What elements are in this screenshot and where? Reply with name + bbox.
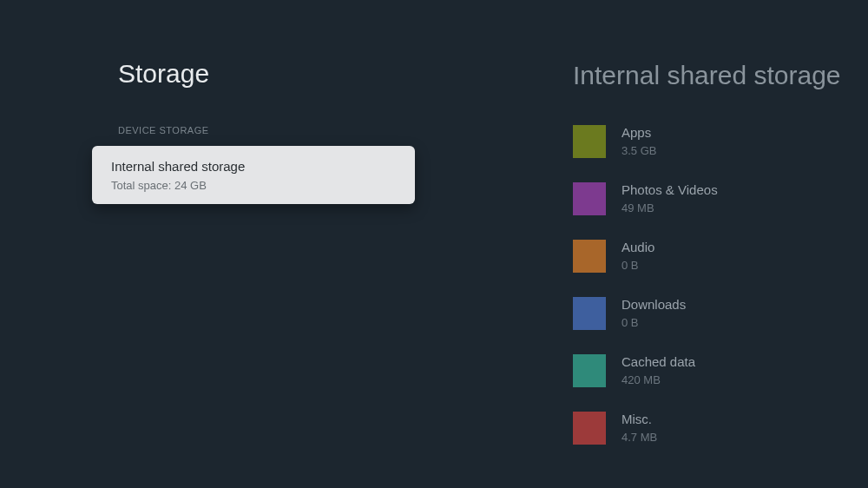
category-label: Apps — [621, 125, 656, 140]
category-label: Downloads — [621, 297, 686, 312]
swatch-icon — [573, 182, 606, 215]
internal-storage-card[interactable]: Internal shared storage Total space: 24 … — [92, 146, 415, 204]
storage-card-title: Internal shared storage — [111, 159, 396, 174]
category-audio[interactable]: Audio 0 B — [573, 240, 868, 273]
category-downloads[interactable]: Downloads 0 B — [573, 297, 868, 330]
swatch-icon — [573, 240, 606, 273]
swatch-icon — [573, 412, 606, 445]
swatch-icon — [573, 354, 606, 387]
category-size: 420 MB — [621, 373, 695, 386]
category-photos-videos[interactable]: Photos & Videos 49 MB — [573, 182, 868, 215]
detail-title: Internal shared storage — [573, 59, 868, 92]
category-list: Apps 3.5 GB Photos & Videos 49 MB Audio … — [573, 125, 868, 445]
swatch-icon — [573, 297, 606, 330]
device-storage-header: DEVICE STORAGE — [118, 125, 460, 135]
category-label: Misc. — [621, 412, 657, 426]
category-cached-data[interactable]: Cached data 420 MB — [573, 354, 868, 387]
storage-card-subtitle: Total space: 24 GB — [111, 179, 396, 192]
right-panel: Internal shared storage Apps 3.5 GB Phot… — [573, 59, 868, 445]
category-label: Photos & Videos — [621, 182, 718, 197]
category-size: 4.7 MB — [621, 431, 657, 444]
category-misc[interactable]: Misc. 4.7 MB — [573, 412, 868, 445]
page-title: Storage — [118, 59, 460, 89]
category-size: 3.5 GB — [621, 144, 656, 157]
category-label: Audio — [621, 240, 654, 254]
category-size: 0 B — [621, 316, 686, 329]
category-size: 0 B — [621, 259, 654, 272]
category-label: Cached data — [621, 354, 695, 369]
category-size: 49 MB — [621, 201, 718, 214]
swatch-icon — [573, 125, 606, 158]
left-panel: Storage DEVICE STORAGE Internal shared s… — [0, 0, 460, 204]
category-apps[interactable]: Apps 3.5 GB — [573, 125, 868, 158]
